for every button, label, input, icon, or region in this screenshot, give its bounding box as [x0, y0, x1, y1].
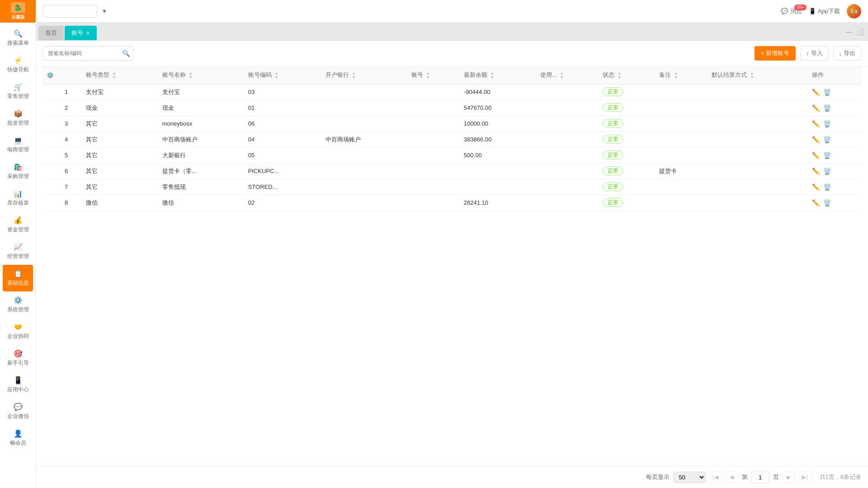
- export-button[interactable]: ↓ 导出: [833, 46, 862, 61]
- col-usage[interactable]: 使用... ▲▼: [537, 66, 599, 84]
- edit-icon[interactable]: ✏️: [812, 89, 820, 96]
- last-page-button[interactable]: ▶|: [799, 471, 811, 483]
- sidebar-item-search-menu[interactable]: 🔍 搜索菜单: [0, 25, 36, 52]
- delete-icon[interactable]: 🗑️: [823, 89, 831, 96]
- edit-icon[interactable]: ✏️: [812, 104, 820, 112]
- col-account-name[interactable]: 账号名称 ▲▼: [159, 66, 245, 84]
- col-account-type[interactable]: 账号类型 ▲▼: [82, 66, 159, 84]
- col-remarks[interactable]: 备注 ▲▼: [656, 66, 708, 84]
- sort-icon-account-no: ▲▼: [426, 71, 430, 80]
- tab-account[interactable]: 账号 ✕: [65, 26, 97, 40]
- delete-icon[interactable]: 🗑️: [823, 168, 831, 175]
- maximize-button[interactable]: ⬜: [855, 27, 864, 36]
- cell-bank: [322, 195, 408, 211]
- topbar-search-input[interactable]: [43, 5, 97, 18]
- member-icon: 👤: [14, 429, 23, 438]
- delete-icon[interactable]: 🗑️: [823, 104, 831, 112]
- table-row: 8 微信 微信 02 28241.10 正常 ✏️ 🗑️: [43, 195, 861, 211]
- col-account-no[interactable]: 账号 ▲▼: [408, 66, 460, 84]
- ops-mgmt-icon: 📈: [14, 243, 23, 251]
- cell-gear: [43, 84, 61, 100]
- col-default-settle-label: 默认结算方式: [712, 71, 747, 78]
- cell-balance: -90444.00: [460, 84, 537, 100]
- cell-balance: [460, 179, 537, 195]
- action-icons: ✏️ 🗑️: [812, 183, 858, 191]
- edit-icon[interactable]: ✏️: [812, 136, 820, 143]
- delete-icon[interactable]: 🗑️: [823, 136, 831, 143]
- col-balance-label: 最新余额: [464, 71, 487, 78]
- action-icons: ✏️ 🗑️: [812, 104, 858, 112]
- page-input[interactable]: [751, 471, 769, 483]
- next-page-button[interactable]: ▶: [783, 471, 795, 483]
- gear-icon[interactable]: ⚙️: [47, 72, 54, 79]
- sidebar-item-retail-mgmt[interactable]: 🛒 零售管理: [0, 78, 36, 105]
- prev-page-button[interactable]: ◀: [726, 471, 738, 483]
- cell-remarks: [656, 179, 708, 195]
- edit-icon[interactable]: ✏️: [812, 199, 820, 206]
- sidebar-item-member[interactable]: 👤 畅会员: [0, 425, 36, 451]
- message-button[interactable]: 💬 消息 99+: [781, 7, 802, 15]
- status-badge: 正常: [603, 103, 623, 112]
- col-balance[interactable]: 最新余额 ▲▼: [460, 66, 537, 84]
- sidebar-item-basic-info[interactable]: 📋 基础信息: [3, 265, 33, 291]
- sidebar-item-wholesale-mgmt[interactable]: 📦 批发管理: [0, 105, 36, 131]
- sidebar-item-finance-mgmt[interactable]: 💰 资金管理: [0, 211, 36, 238]
- table-row: 3 其它 moneybosx 06 10000.00 正常 ✏️ 🗑️: [43, 116, 861, 131]
- sort-icon-account-type: ▲▼: [113, 71, 117, 80]
- app-download-button[interactable]: 📱 App下载: [809, 7, 840, 15]
- col-status[interactable]: 状态 ▲▼: [599, 66, 656, 84]
- cell-account-type: 微信: [82, 195, 159, 211]
- sidebar-item-quick-nav-label: 快捷导航: [7, 66, 29, 74]
- add-account-button[interactable]: + 新增账号: [755, 46, 796, 61]
- delete-icon[interactable]: 🗑️: [823, 152, 831, 159]
- sort-icon-bank: ▲▼: [352, 71, 356, 80]
- sidebar-item-system-mgmt[interactable]: ⚙️ 系统管理: [0, 291, 36, 318]
- delete-icon[interactable]: 🗑️: [823, 120, 831, 127]
- col-usage-label: 使用...: [540, 71, 557, 78]
- cell-num: 4: [61, 131, 82, 147]
- cell-remarks: [656, 116, 708, 131]
- mobile-icon: 📱: [809, 8, 816, 14]
- sidebar-item-wholesale-mgmt-label: 批发管理: [7, 119, 29, 127]
- first-page-button[interactable]: |◀: [709, 471, 722, 483]
- sidebar-item-quick-nav[interactable]: ⚡ 快捷导航: [0, 52, 36, 78]
- sidebar-item-corp-wechat[interactable]: 💬 企业微信: [0, 398, 36, 425]
- page-size-select[interactable]: 50 100 200: [673, 472, 706, 483]
- cell-gear: [43, 163, 61, 179]
- col-account-code-label: 账号编码: [248, 71, 272, 78]
- col-action: 操作: [808, 66, 861, 84]
- sidebar-item-corp-agreement[interactable]: 🤝 企业协同: [0, 318, 36, 345]
- sidebar-item-purchase-mgmt[interactable]: 🛍️ 采购管理: [0, 158, 36, 185]
- search-wrap: 🔍: [43, 46, 133, 61]
- cell-account-name: 提货卡（零...: [159, 163, 245, 179]
- import-button[interactable]: ↑ 导入: [800, 46, 829, 61]
- col-bank[interactable]: 开户银行 ▲▼: [322, 66, 408, 84]
- col-account-code[interactable]: 账号编码 ▲▼: [245, 66, 322, 84]
- delete-icon[interactable]: 🗑️: [823, 199, 831, 206]
- tab-close-icon[interactable]: ✕: [86, 30, 90, 36]
- minimize-button[interactable]: —: [844, 27, 854, 36]
- cell-remarks: [656, 195, 708, 211]
- sidebar-item-ecommerce-mgmt[interactable]: 💻 电商管理: [0, 131, 36, 158]
- sidebar-item-ops-mgmt[interactable]: 📈 经营管理: [0, 238, 36, 265]
- edit-icon[interactable]: ✏️: [812, 168, 820, 175]
- delete-icon[interactable]: 🗑️: [823, 183, 831, 191]
- tab-home[interactable]: 首页: [38, 26, 64, 40]
- edit-icon[interactable]: ✏️: [812, 183, 820, 191]
- export-icon: ↓: [839, 50, 842, 57]
- cell-num: 6: [61, 163, 82, 179]
- edit-icon[interactable]: ✏️: [812, 120, 820, 127]
- sidebar-item-app-center[interactable]: 📱 应用中心: [0, 371, 36, 398]
- sidebar-item-inventory[interactable]: 📊 库存核算: [0, 185, 36, 211]
- cell-bank: [322, 179, 408, 195]
- edit-icon[interactable]: ✏️: [812, 152, 820, 159]
- account-search-input[interactable]: [43, 46, 133, 61]
- user-avatar[interactable]: Ea: [847, 4, 861, 19]
- cell-account-name: 中百商场账户: [159, 131, 245, 147]
- cell-account-name: moneybosx: [159, 116, 245, 131]
- search-menu-icon: 🔍: [14, 29, 23, 38]
- cell-num: 7: [61, 179, 82, 195]
- topbar-dropdown[interactable]: ▼: [102, 8, 107, 14]
- col-default-settle[interactable]: 默认结算方式 ▲▼: [708, 66, 808, 84]
- sidebar-item-newbie-guide[interactable]: 🎯 新手引导: [0, 345, 36, 371]
